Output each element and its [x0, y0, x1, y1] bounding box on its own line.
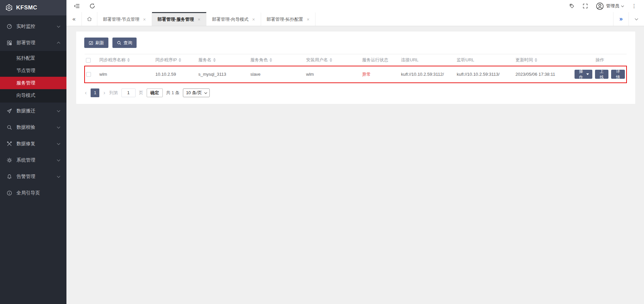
status-badge: 异常: [361, 66, 400, 83]
app-logo: KFSMC: [0, 0, 66, 15]
column-header: 连接URL: [401, 57, 418, 63]
prev-page-button[interactable]: ‹: [84, 90, 87, 96]
column-header: 服务名: [198, 57, 211, 63]
goto-page-input[interactable]: [121, 88, 136, 97]
tools-icon: [7, 141, 12, 146]
sort-icon[interactable]: [179, 58, 181, 62]
app-title: KFSMC: [16, 4, 37, 11]
sort-icon[interactable]: [127, 58, 130, 62]
total-count-label: 共 1 条: [166, 90, 180, 96]
collapse-sidebar-icon[interactable]: [74, 3, 80, 9]
tab-topology-config[interactable]: 部署管理-拓扑配置 ×: [261, 12, 316, 26]
sort-icon[interactable]: [330, 58, 332, 62]
query-button-label: 查询: [123, 40, 132, 46]
tabs-scroll-left-button[interactable]: «: [66, 12, 82, 26]
refresh-button-label: 刷新: [95, 40, 104, 46]
page-size-select[interactable]: 10 条/页: [183, 88, 210, 97]
tab-label: 部署管理-拓扑配置: [267, 16, 303, 22]
sidebar-item-label: 告警管理: [16, 174, 53, 180]
sidebar-item-deploy-manage[interactable]: 部署管理: [0, 35, 66, 51]
column-header: 服务角色: [250, 57, 268, 63]
send-icon: [7, 108, 12, 114]
cell-listen-url: kufl://10.10.2.59:3113/: [455, 66, 514, 83]
sidebar-item-topology-config[interactable]: 拓扑配置: [0, 52, 66, 64]
tab-label: 部署管理-服务管理: [158, 16, 194, 22]
chevron-down-icon: [57, 109, 60, 112]
tab-node-manage[interactable]: 部署管理-节点管理 ×: [97, 12, 152, 26]
sidebar-nav: 实时监控 部署管理 拓扑配置 节点管理 服务管理: [0, 15, 66, 201]
tabs-scroll-right-button[interactable]: »: [613, 12, 629, 26]
column-header: 安装用户名: [306, 57, 328, 63]
tab-wizard-mode[interactable]: 部署管理-向导模式 ×: [206, 12, 261, 26]
pagination: ‹ 1 › 到第 页 确定 共 1 条 10 条/页: [84, 88, 627, 97]
sidebar-item-label: 数据搬迁: [16, 108, 53, 114]
close-icon[interactable]: ×: [307, 17, 309, 22]
caret-down-icon: [586, 73, 589, 75]
sidebar-item-label: 全局引导页: [16, 190, 60, 196]
chevron-down-icon: [621, 4, 624, 7]
tabs-collapse-button[interactable]: [629, 12, 644, 26]
actions-bar: 刷新 查询: [84, 38, 627, 48]
sidebar-item-system-manage[interactable]: 系统管理: [0, 152, 66, 168]
chevron-down-icon: [57, 174, 60, 178]
close-icon[interactable]: ×: [252, 17, 255, 22]
confirm-goto-button[interactable]: 确定: [147, 88, 163, 97]
main-area: 管理员 ⋮ « 部署管理-节点管理 × 部署管理-服务管理 ×: [66, 0, 644, 304]
operate-dropdown-button[interactable]: 操作: [575, 70, 592, 79]
chevron-down-icon: [635, 17, 638, 20]
select-all-checkbox[interactable]: [86, 58, 91, 63]
home-tab-button[interactable]: [82, 12, 97, 26]
shield-logo-icon: [5, 4, 13, 11]
refresh-page-icon[interactable]: [89, 3, 95, 9]
sidebar-item-data-verify[interactable]: 数据校验: [0, 119, 66, 135]
row-checkbox[interactable]: [86, 72, 91, 77]
tabbar-spacer: [315, 12, 613, 26]
sort-icon[interactable]: [213, 58, 216, 62]
topbar: 管理员 ⋮: [66, 0, 644, 12]
grid-icon: [7, 40, 12, 46]
tab-service-manage[interactable]: 部署管理-服务管理 ×: [152, 12, 207, 26]
topbar-right: 管理员 ⋮: [569, 2, 637, 10]
cell-update-time: 2023/05/06 17:38:11: [514, 66, 573, 83]
service-manage-panel: 刷新 查询: [76, 32, 635, 104]
query-button[interactable]: 查询: [112, 38, 137, 48]
table-header-row: 同步程序名称 同步程序IP 服务名 服务角色 安装用户名 服务运行状态 连接UR…: [85, 54, 627, 66]
sidebar-item-wizard-mode[interactable]: 向导模式: [0, 89, 66, 102]
column-header: 服务运行状态: [362, 57, 388, 63]
refresh-button[interactable]: 刷新: [84, 38, 108, 48]
column-header: 监听URL: [457, 57, 474, 63]
home-icon: [87, 16, 92, 22]
fullscreen-icon[interactable]: [583, 3, 588, 9]
tab-label: 部署管理-节点管理: [103, 16, 139, 22]
chevron-down-icon: [57, 125, 60, 128]
refresh-form-icon: [89, 41, 93, 45]
user-name-label: 管理员: [606, 3, 619, 9]
close-icon[interactable]: ×: [198, 17, 200, 22]
cell-sync-ip: 10.10.2.59: [154, 66, 197, 83]
page-number-button[interactable]: 1: [91, 88, 99, 97]
sort-icon[interactable]: [535, 58, 537, 62]
tag-icon[interactable]: [569, 3, 575, 9]
sidebar-item-label: 数据修复: [16, 141, 53, 147]
sort-icon[interactable]: [269, 58, 272, 62]
chevron-up-icon: [57, 42, 60, 45]
sidebar-item-realtime-monitor[interactable]: 实时监控: [0, 18, 66, 35]
cell-sync-name: wlm: [98, 66, 154, 83]
online-button[interactable]: 上线: [595, 70, 609, 79]
column-header: 同步程序IP: [155, 57, 177, 63]
sidebar: KFSMC 实时监控: [0, 0, 66, 304]
close-icon[interactable]: ×: [143, 17, 146, 22]
sidebar-item-node-manage[interactable]: 节点管理: [0, 64, 66, 77]
cell-install-user: wlm: [305, 66, 361, 83]
more-menu-icon[interactable]: ⋮: [632, 3, 637, 9]
sidebar-submenu-deploy: 拓扑配置 节点管理 服务管理 向导模式: [0, 51, 66, 103]
user-menu[interactable]: 管理员: [596, 2, 624, 10]
sidebar-item-data-repair[interactable]: 数据修复: [0, 135, 66, 152]
detail-button[interactable]: 详情: [611, 70, 625, 79]
next-page-button[interactable]: ›: [103, 90, 106, 96]
sidebar-item-service-manage[interactable]: 服务管理: [0, 77, 66, 89]
sidebar-item-data-migration[interactable]: 数据搬迁: [0, 103, 66, 119]
sidebar-item-alarm-manage[interactable]: 告警管理: [0, 168, 66, 185]
table-row: wlm 10.10.2.59 s_mysql_3113 slave wlm 异常…: [85, 66, 627, 83]
sidebar-item-global-guide[interactable]: 全局引导页: [0, 185, 66, 201]
